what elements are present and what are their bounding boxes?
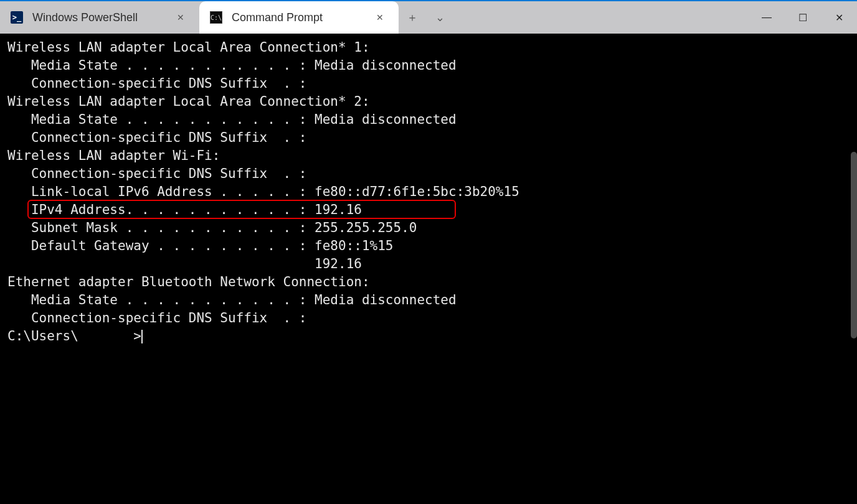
output-line: Subnet Mask . . . . . . . . . . . : 255.…: [7, 219, 850, 237]
adapter-header: Wireless LAN adapter Local Area Connecti…: [7, 93, 850, 111]
tab-powershell[interactable]: >_ Windows PowerShell ✕: [0, 1, 199, 34]
output-line: 192.16: [7, 255, 850, 273]
cmd-icon: C:\: [209, 11, 223, 24]
titlebar-drag-area[interactable]: [453, 1, 749, 34]
prompt-suffix: >: [133, 329, 141, 343]
tab-command-prompt[interactable]: C:\ Command Prompt ✕: [199, 1, 399, 34]
tab-dropdown-button[interactable]: ⌄: [426, 1, 453, 34]
output-line: Media State . . . . . . . . . . . : Medi…: [7, 57, 850, 75]
window-controls: — ☐ ✕: [749, 1, 857, 34]
powershell-icon: >_: [10, 11, 24, 24]
adapter-header: Wireless LAN adapter Local Area Connecti…: [7, 39, 850, 57]
tab-title: Command Prompt: [232, 11, 371, 24]
terminal-window: >_ Windows PowerShell ✕ C:\ Command Prom…: [0, 0, 857, 504]
prompt-prefix: C:\Users\: [7, 329, 78, 343]
scrollbar[interactable]: [850, 34, 857, 504]
output-line: Connection-specific DNS Suffix . :: [7, 75, 850, 93]
tab-close-button[interactable]: ✕: [371, 9, 389, 26]
output-line: Connection-specific DNS Suffix . :: [7, 129, 850, 147]
tab-controls: ＋ ⌄: [399, 1, 453, 34]
titlebar[interactable]: >_ Windows PowerShell ✕ C:\ Command Prom…: [0, 0, 857, 34]
scrollbar-thumb[interactable]: [851, 152, 857, 338]
new-tab-button[interactable]: ＋: [399, 1, 426, 34]
output-line: Connection-specific DNS Suffix . :: [7, 309, 850, 327]
output-line: Media State . . . . . . . . . . . : Medi…: [7, 111, 850, 129]
adapter-header: Wireless LAN adapter Wi-Fi:: [7, 147, 850, 165]
minimize-button[interactable]: —: [749, 1, 785, 34]
output-line: Media State . . . . . . . . . . . : Medi…: [7, 291, 850, 309]
text-cursor: [141, 330, 143, 343]
maximize-button[interactable]: ☐: [785, 1, 821, 34]
tab-title: Windows PowerShell: [32, 11, 172, 24]
output-line: Link-local IPv6 Address . . . . . : fe80…: [7, 183, 850, 201]
redacted-username: [78, 329, 134, 343]
output-line: Connection-specific DNS Suffix . :: [7, 165, 850, 183]
close-window-button[interactable]: ✕: [821, 1, 857, 34]
output-line: Default Gateway . . . . . . . . . : fe80…: [7, 237, 850, 255]
tab-close-button[interactable]: ✕: [172, 9, 189, 26]
output-line: IPv4 Address. . . . . . . . . . . : 192.…: [7, 201, 850, 219]
prompt-line[interactable]: C:\Users\ >: [7, 327, 850, 345]
terminal-output[interactable]: Wireless LAN adapter Local Area Connecti…: [0, 34, 857, 504]
adapter-header: Ethernet adapter Bluetooth Network Conne…: [7, 273, 850, 291]
